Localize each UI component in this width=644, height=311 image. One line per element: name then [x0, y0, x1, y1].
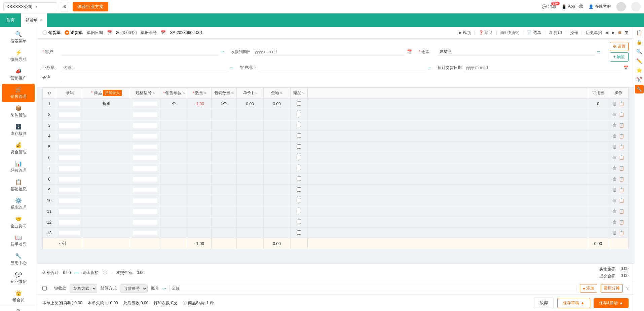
tab-home[interactable]: 首页 — [0, 13, 21, 27]
amount-input[interactable] — [169, 285, 576, 292]
cell-gift[interactable] — [290, 131, 307, 142]
copy-icon[interactable]: 📋 — [619, 112, 624, 117]
delete-icon[interactable]: 🗑 — [612, 112, 617, 117]
copy-icon[interactable]: 📋 — [619, 187, 624, 192]
sidebar-item-collab[interactable]: 🤝 企业协同 — [0, 213, 37, 232]
sidebar-item-wechat[interactable]: 💬 企业微信 — [0, 269, 37, 287]
customer-addr-input[interactable] — [259, 64, 426, 71]
date-value[interactable]: 2023-06-06 — [116, 30, 137, 35]
sidebar-item-guide[interactable]: 📖 新手引导 — [0, 232, 37, 250]
delete-icon[interactable]: 🗑 — [612, 123, 617, 128]
cell-spec[interactable] — [130, 228, 160, 238]
scan-barcode-button[interactable]: 扫码录入 — [103, 90, 122, 96]
cell-price[interactable] — [236, 142, 263, 152]
cell-price[interactable] — [236, 109, 263, 120]
settings-gear-button[interactable]: ⚙ — [60, 2, 69, 11]
cell-spec[interactable] — [130, 217, 160, 228]
customer-input[interactable] — [61, 48, 219, 55]
cell-price[interactable] — [236, 174, 263, 185]
cell-spec[interactable] — [130, 120, 160, 131]
company-selector[interactable]: XXXXXX公司 ▼ — [3, 2, 57, 11]
tab-close-icon[interactable]: × — [40, 18, 42, 23]
avatar[interactable] — [616, 2, 626, 11]
right-panel-star-icon[interactable]: ⭐ — [635, 66, 644, 75]
delete-icon[interactable]: 🗑 — [612, 220, 617, 225]
right-panel-search-icon[interactable]: 🔍 — [635, 47, 644, 56]
cell-price[interactable] — [236, 163, 263, 174]
account-select[interactable]: 收款账号 — [120, 284, 148, 293]
cell-spec[interactable] — [130, 142, 160, 152]
cell-qty[interactable] — [188, 109, 211, 120]
cell-gift[interactable] — [290, 185, 307, 195]
cell-spec[interactable] — [130, 109, 160, 120]
delete-icon[interactable]: 🗑 — [612, 230, 617, 235]
copy-icon[interactable]: 📋 — [619, 144, 624, 149]
sidebar-bottom-settings[interactable]: ⚙ — [16, 308, 21, 311]
delete-icon[interactable]: 🗑 — [612, 144, 617, 149]
toolbar-print-btn[interactable]: 🖨 打印 — [549, 30, 562, 36]
cell-qty[interactable] — [188, 206, 211, 217]
cell-qty[interactable] — [188, 228, 211, 238]
radio-return-order[interactable]: 退货单 — [65, 30, 83, 36]
cell-spec[interactable] — [130, 206, 160, 217]
cell-price[interactable] — [236, 120, 263, 131]
copy-icon[interactable]: 📋 — [619, 166, 624, 171]
right-panel-edit-icon[interactable]: ✏️ — [635, 56, 644, 65]
cell-spec[interactable] — [130, 152, 160, 163]
cell-qty[interactable]: -1.00 — [188, 99, 211, 109]
toolbar-select-btn[interactable]: 📄 选单 — [527, 30, 541, 36]
cell-barcode[interactable] — [56, 206, 83, 217]
th-gift[interactable]: 赠品 ⇅ — [290, 88, 307, 99]
cell-gift[interactable] — [290, 228, 307, 238]
delete-icon[interactable]: 🗑 — [612, 187, 617, 192]
customer-select-dots[interactable]: ··· — [221, 49, 224, 54]
delete-icon[interactable]: 🗑 — [612, 155, 617, 160]
online-service-button[interactable]: 👤 在线客服 — [589, 4, 611, 9]
toolbar-operation-btn[interactable]: 操作 — [570, 30, 578, 36]
warehouse-select-dots[interactable]: ··· — [597, 49, 600, 54]
toolbar-prev-btn[interactable]: ◀ — [605, 30, 608, 35]
cell-gift[interactable] — [290, 206, 307, 217]
th-settings[interactable]: ⚙ — [43, 88, 56, 99]
cell-barcode[interactable] — [56, 152, 83, 163]
delete-icon[interactable]: 🗑 — [612, 133, 617, 139]
right-panel-lock-icon[interactable]: 🔒 — [635, 38, 644, 46]
sidebar-item-inventory[interactable]: 🗄️ 库存核算 — [0, 121, 37, 139]
cell-qty[interactable] — [188, 120, 211, 131]
cell-gift[interactable] — [290, 99, 307, 109]
cell-qty[interactable] — [188, 163, 211, 174]
cell-qty[interactable] — [188, 152, 211, 163]
sidebar-item-system[interactable]: ⚙️ 系统管理 — [0, 195, 37, 213]
copy-icon[interactable]: 📋 — [619, 101, 624, 106]
cell-qty[interactable] — [188, 195, 211, 206]
salesperson-input[interactable] — [61, 64, 228, 71]
toolbar-next-btn[interactable]: ▶ — [612, 30, 615, 35]
radio-sale-order[interactable]: 销货单 — [42, 30, 61, 36]
one-click-payment-checkbox[interactable] — [42, 286, 47, 290]
delete-icon[interactable]: 🗑 — [612, 101, 617, 106]
cell-price[interactable] — [236, 195, 263, 206]
copy-icon[interactable]: 📋 — [619, 155, 624, 160]
cell-spec[interactable] — [130, 99, 160, 109]
cell-gift[interactable] — [290, 142, 307, 152]
copy-icon[interactable]: 📋 — [619, 198, 624, 203]
cell-gift[interactable] — [290, 174, 307, 185]
sidebar-item-apps[interactable]: 🔧 应用中心 — [0, 250, 37, 269]
cell-price[interactable] — [236, 185, 263, 195]
th-product[interactable]: * 商品 扫码录入 — [83, 88, 130, 99]
sidebar-item-marketing[interactable]: 📣 营销推广 — [0, 65, 37, 84]
delete-icon[interactable]: 🗑 — [612, 198, 617, 203]
cell-spec[interactable] — [130, 174, 160, 185]
copy-icon[interactable]: 📋 — [619, 123, 624, 128]
right-panel-scissors-icon[interactable]: ✂️ — [635, 75, 644, 84]
settings-button[interactable]: ⚙ 设置 — [610, 42, 629, 51]
sidebar-item-quick-nav[interactable]: ⚡ 快捷导航 — [0, 47, 37, 65]
cell-spec[interactable] — [130, 163, 160, 174]
sidebar-item-member[interactable]: 👑 畅会员 — [0, 287, 37, 306]
cell-barcode[interactable] — [56, 228, 83, 238]
cell-price[interactable] — [236, 152, 263, 163]
cell-gift[interactable] — [290, 163, 307, 174]
calendar-icon-expected[interactable]: 📅 — [623, 66, 629, 70]
toolbar-video-btn[interactable]: ▶ 视频 — [459, 30, 471, 36]
payment-date-input[interactable] — [253, 48, 405, 55]
